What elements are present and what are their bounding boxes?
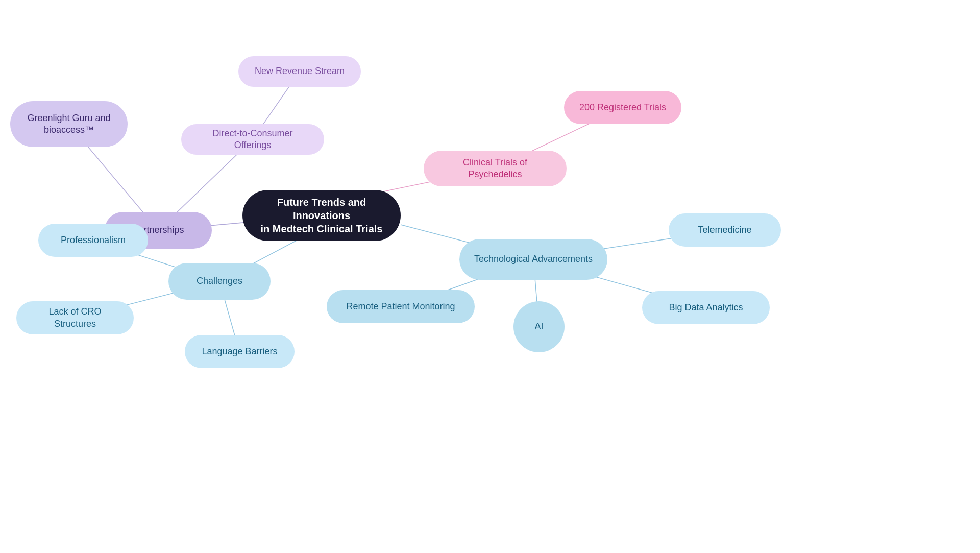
200-trials-node: 200 Registered Trials: [564, 91, 681, 124]
lackcro-node: Lack of CRO Structures: [16, 301, 134, 334]
remote-monitoring-node: Remote Patient Monitoring: [327, 290, 475, 323]
telemedicine-node: Telemedicine: [669, 213, 781, 247]
direct-consumer-node: Direct-to-Consumer Offerings: [181, 124, 324, 155]
ai-node: AI: [513, 301, 565, 352]
professionalism-node: Professionalism: [38, 224, 148, 257]
language-barriers-node: Language Barriers: [185, 335, 295, 368]
greenlight-node: Greenlight Guru and bioaccess™: [10, 101, 128, 147]
clinical-trials-node: Clinical Trials of Psychedelics: [424, 151, 567, 186]
center-node: Future Trends and Innovations in Medtech…: [242, 190, 401, 241]
revenue-node: New Revenue Stream: [238, 56, 361, 87]
bigdata-node: Big Data Analytics: [642, 291, 770, 324]
tech-advancements-node: Technological Advancements: [459, 239, 607, 280]
challenges-node: Challenges: [168, 263, 271, 300]
